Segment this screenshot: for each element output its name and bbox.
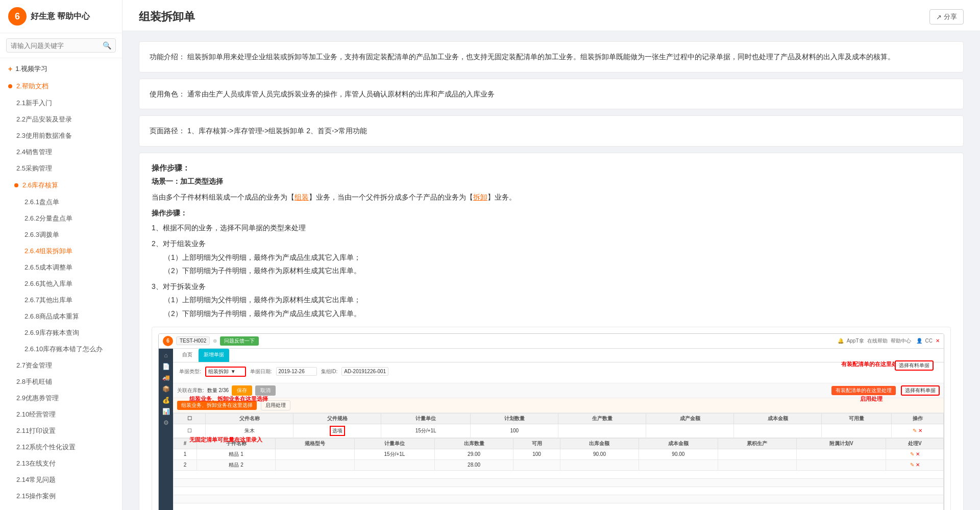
sidebar-item-faq[interactable]: 2.14常见问题 [0,472,122,488]
sidebar-item-purchase[interactable]: 2.5采购管理 [0,160,122,177]
sidebar-item-newcomer[interactable]: 2.1新手入门 [0,95,122,111]
handle-edit-icon[interactable]: ✎ [910,451,914,457]
parent-table-header: ☐ 父件名称 父件规格 计量单位 计划数量 生产数量 成产金额 成本金额 [174,413,944,424]
col-num: # [174,438,197,449]
enable-btn[interactable]: 启用处理 [261,400,290,410]
sidebar-item-payment[interactable]: 2.13在线支付 [0,455,122,472]
app-icon: AppT拿 [847,337,864,345]
select-bom-btn[interactable]: 选择有料单据 [901,385,940,396]
sidebar-item-cost[interactable]: 2.6.5成本调整单 [0,259,122,276]
app-main-area: 自页 新增单据 单据类型: 组装拆卸 ▼ [173,349,944,510]
search-input[interactable] [11,42,103,50]
sidebar-item-video-label: 1.视频学习 [15,64,47,74]
stock-count: 数量 2/36 [207,387,229,394]
sidebar-item-assembly[interactable]: 2.6.4组装拆卸单 [0,243,122,259]
row-num: 1 [174,449,197,459]
sidebar-item-inventory[interactable]: 2.6库存核算 [0,177,122,194]
type-btn-overlay[interactable]: 有装配清单的在这里处理 [831,386,896,395]
handle-del-icon[interactable]: ✕ [916,451,920,457]
step2: 2、对于组装业务 [152,237,951,251]
col-plan-qty: 计划数量 [471,413,558,424]
handle-del-icon-2[interactable]: ✕ [916,462,920,468]
sidebar-item-help-label: 2.帮助文档 [16,82,48,91]
user-label: CC [925,338,933,344]
sub-type-row: 组装业务、拆卸业务在这里选择 启用处理 [173,398,944,413]
app-tab-new[interactable]: 新增单据 [199,349,229,362]
sidebar-item-stocktake[interactable]: 2.6.1盘点单 [0,194,122,210]
delete-icon[interactable]: ✕ [918,428,922,433]
sidebar-item-install[interactable]: 2.2产品安装及登录 [0,111,122,128]
sidebar-item-mobile[interactable]: 2.8手机旺铺 [0,374,122,390]
feedback-btn[interactable]: 问题反馈一下 [220,336,259,346]
sidebar-item-case[interactable]: 2.15操作案例 [0,488,122,504]
search-area: 🔍 [0,33,122,58]
sidebar-item-partition[interactable]: 2.6.2分量盘点单 [0,210,122,227]
main-header: 组装拆卸单 ↗ 分享 [122,0,980,31]
child-cost-2 [639,459,718,470]
col-child-out-qty: 出库数量 [434,438,513,449]
table-row [174,503,944,510]
user-icon: 👤 [916,338,922,344]
path-label: 页面路径： [150,127,185,135]
path-text: 1、库存核算->库存管理->组装拆卸单 2、首页->常用功能 [187,127,367,135]
parent-table-container: ☐ 父件名称 父件规格 计量单位 计划数量 生产数量 成产金额 成本金额 [173,413,944,438]
app-tab-home[interactable]: 自页 [177,349,198,362]
cell-parent-spec: 选项 [293,424,381,438]
search-icon[interactable]: 🔍 [103,41,111,50]
col-child-unit: 计量单位 [354,438,434,449]
col-child-out-amt: 出库金额 [560,438,639,449]
child-plan-2 [797,459,886,470]
scene1-label: 场景一：加工类型选择 [152,177,951,186]
cell-check[interactable]: ☐ [174,424,206,438]
sidebar-item-stockerror[interactable]: 2.6.10库存账本错了怎么办 [0,341,122,357]
sidebar-item-help[interactable]: 2.帮助文档 [0,78,122,95]
child-handle-1[interactable]: ✎ ✕ [886,449,944,459]
child-cost-1: 90.00 [639,449,718,459]
sidebar-item-data[interactable]: 2.3使用前数据准备 [0,128,122,144]
sidebar-item-goodscost[interactable]: 2.6.8商品成本重算 [0,308,122,325]
close-icon[interactable]: ✕ [936,338,940,344]
search-box[interactable]: 🔍 [6,38,116,53]
sidebar-item-adjust[interactable]: 2.6.3调拨单 [0,227,122,243]
nav-chart-icon: 📊 [162,408,170,415]
content-body: 功能介绍： 组装拆卸单用来处理企业组装或拆卸等加工业务，支持有固定装配清单的产品… [122,31,980,510]
share-button[interactable]: ↗ 分享 [929,9,964,25]
nav-cash-icon: 💰 [162,397,170,404]
step1: 1、根据不同的业务，选择不同单据的类型来处理 [152,221,951,235]
sidebar-item-print[interactable]: 2.11打印设置 [0,423,122,439]
sidebar-item-sales[interactable]: 2.4销售管理 [0,144,122,160]
type-select[interactable]: 组装拆卸 ▼ [205,367,246,377]
child-table: # 子件名称 规格型号 计量单位 出库数量 可用 出库金额 成本金额 [173,438,944,510]
date-value[interactable]: 2019-12-26 [276,367,317,376]
assembly-type-label: 组装业务、拆卸业务在这里选择 [181,402,253,408]
child-unit-1: 15分/+1L [354,449,434,459]
handle-edit-icon-2[interactable]: ✎ [910,462,914,468]
cell-ops[interactable]: ✎ ✕ [892,424,944,438]
sidebar-item-finance[interactable]: 2.7资金管理 [0,357,122,374]
cancel-btn[interactable]: 取消 [255,385,276,396]
stock-label: 关联在库数: [177,387,204,394]
col-child-cost: 成本金额 [639,438,718,449]
child-name-1: 精品 1 [197,449,275,459]
sidebar-item-personalize[interactable]: 2.12系统个性化设置 [0,439,122,455]
save-btn[interactable]: 保存 [232,385,252,396]
role-label: 使用角色： [150,90,185,98]
child-handle-2[interactable]: ✎ ✕ [886,459,944,470]
share-label: 分享 [944,12,957,21]
sidebar-item-coupon[interactable]: 2.9优惠券管理 [0,390,122,406]
step3-1: （1）上部明细为父件明细，最终作为原材料生成其它出库单； [152,293,951,307]
app-left-nav: ⌂ 📄 🚚 📦 💰 📊 ⚙ [159,349,173,510]
step3: 3、对于拆装业务 [152,280,951,294]
sidebar-item-operation[interactable]: 2.10经营管理 [0,406,122,423]
child-avail-2 [513,459,560,470]
sidebar-item-stockcheck[interactable]: 2.6.9库存账本查询 [0,325,122,341]
sidebar-item-otherout[interactable]: 2.6.7其他出库单 [0,292,122,308]
col-parent-name: 父件名称 [206,413,293,424]
page-title: 组装拆卸单 [139,9,195,25]
assembly-type-btn[interactable]: 组装业务、拆卸业务在这里选择 [177,401,257,410]
sidebar-item-video[interactable]: + 1.视频学习 [0,60,122,78]
edit-icon[interactable]: ✎ [913,428,917,433]
sidebar-item-otherin[interactable]: 2.6.6其他入库单 [0,276,122,292]
child-table-body: 1 精品 1 15分/+1L 29.00 100 90.00 90.00 [174,449,944,510]
spec-highlight: 选项 [330,426,345,436]
